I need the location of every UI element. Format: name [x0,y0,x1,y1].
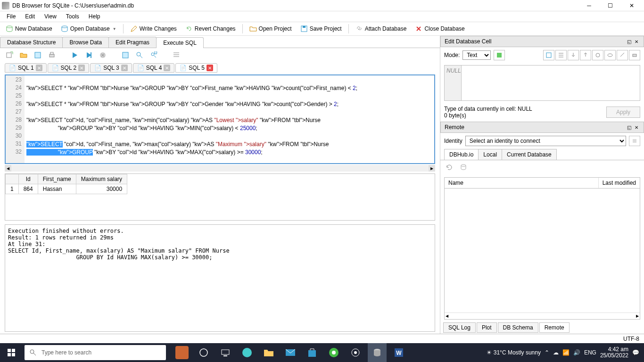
tab-local[interactable]: Local [478,149,502,160]
mail-icon[interactable] [281,343,300,362]
tab-execute-sql[interactable]: Execute SQL [156,37,204,48]
tab-sql-log[interactable]: SQL Log [443,322,476,333]
save-results-button[interactable] [120,49,131,61]
chrome-icon[interactable] [324,343,343,362]
stop-button[interactable] [97,49,108,61]
export-icon[interactable] [580,50,591,60]
tab-current-database[interactable]: Current Database [502,149,557,160]
db-browser-taskbar-icon[interactable] [368,343,387,362]
save-sql-button[interactable] [32,49,43,61]
tab-edit-pragmas[interactable]: Edit Pragmas [108,37,157,48]
weather-widget[interactable]: ☀ 31°C Mostly sunny [487,349,541,356]
results-grid[interactable]: IdFirst_nameMaximum salary1864Hassan3000… [5,173,435,221]
taskbar-search[interactable]: Type here to search [25,345,166,360]
open-project-button[interactable]: Open Project [246,24,296,34]
horizontal-scrollbar[interactable]: ◀ ▶ [5,165,435,172]
import-icon[interactable] [568,50,579,60]
close-tab-icon[interactable]: ✕ [78,65,85,71]
undock-button[interactable]: ◱ [626,124,632,131]
sql-editor[interactable]: 23242526272829303132 "kw">SELECT * "kw">… [5,74,435,164]
menu-help[interactable]: Help [84,12,105,21]
settings-icon[interactable] [346,343,365,362]
news-widget[interactable] [173,343,191,362]
execute-button[interactable] [69,49,80,61]
null-icon[interactable] [592,50,603,60]
word-icon[interactable]: W [389,343,408,362]
new-database-button[interactable]: New Database [2,24,56,34]
open-sql-button[interactable] [18,49,29,61]
link-icon[interactable] [604,50,616,60]
list-scrollbar[interactable]: ◀▶ [445,313,640,319]
attach-database-button[interactable]: Attach Database [352,24,411,34]
remote-list[interactable]: Name Last modified ◀▶ [444,177,640,320]
print-cell-icon[interactable] [629,50,640,60]
mode-select[interactable]: Text [462,50,491,60]
list-icon[interactable] [555,50,567,60]
cortana-icon[interactable] [194,343,213,362]
clock[interactable]: 4:42 am 25/05/2022 [600,346,628,359]
new-tab-button[interactable] [4,49,15,61]
close-tab-icon[interactable]: ✕ [206,65,213,71]
identity-select[interactable]: Select an identity to connect [465,136,626,146]
menu-view[interactable]: View [40,12,61,21]
maximize-button[interactable]: ☐ [600,0,621,11]
clone-icon[interactable] [459,163,469,173]
start-button[interactable] [0,343,23,362]
write-changes-button[interactable]: Write Changes [126,24,181,34]
sql-tab-2[interactable]: 📄SQL 2✕ [48,63,90,73]
tab-db-schema[interactable]: DB Schema [498,322,538,333]
close-database-button[interactable]: Close Database [411,24,468,34]
col-name[interactable]: Name [445,178,599,188]
task-view-icon[interactable] [216,343,235,362]
menu-file[interactable]: File [2,12,20,21]
minimize-button[interactable]: ─ [578,0,600,11]
cell-value-box[interactable]: NULL [444,65,640,101]
output-log[interactable]: Execution finished without errors. Resul… [5,224,435,332]
sql-tab-3[interactable]: 📄SQL 3✕ [90,63,132,73]
close-tab-icon[interactable]: ✕ [164,65,170,71]
open-database-button[interactable]: Open Database ▼ [57,24,120,34]
tab-browse-data[interactable]: Browse Data [62,37,109,48]
scroll-right-icon[interactable]: ▶ [429,165,435,172]
wifi-icon[interactable]: 📶 [562,349,570,356]
undock-button[interactable]: ◱ [626,38,632,45]
language-indicator[interactable]: ENG [584,349,596,356]
save-project-button[interactable]: Save Project [297,24,346,34]
close-tab-icon[interactable]: ✕ [121,65,128,71]
close-tab-icon[interactable]: ✕ [36,65,42,71]
apply-button[interactable]: Apply [606,107,640,118]
sql-tab-5[interactable]: 📄SQL 5✕ [175,63,217,73]
revert-changes-button[interactable]: Revert Changes [182,24,239,34]
tab-dbhub[interactable]: DBHub.io [444,149,479,160]
volume-icon[interactable]: 🔊 [573,349,580,356]
text-mode-icon[interactable] [543,50,554,60]
sql-tab-4[interactable]: 📄SQL 4✕ [133,63,175,73]
close-panel-button[interactable]: ✕ [633,38,640,45]
execute-line-button[interactable] [83,49,94,61]
tab-database-structure[interactable]: Database Structure [0,37,63,48]
code-area[interactable]: "kw">SELECT * "kw">FROM "tbl">Nurse "kw"… [25,75,434,163]
find-replace-button[interactable]: b [148,49,159,61]
indent-button[interactable] [171,49,182,61]
find-button[interactable] [134,49,145,61]
print-button[interactable] [46,49,58,61]
close-button[interactable]: ✕ [621,0,642,11]
refresh-icon[interactable] [445,163,454,173]
auto-format-button[interactable] [494,50,505,60]
explorer-icon[interactable] [259,343,278,362]
erase-icon[interactable] [617,50,628,60]
scroll-left-icon[interactable]: ◀ [5,165,11,172]
menu-tools[interactable]: Tools [61,12,84,21]
chevron-up-icon[interactable]: ⌃ [545,349,549,356]
tab-plot[interactable]: Plot [477,322,497,333]
tab-remote[interactable]: Remote [539,322,570,333]
col-modified[interactable]: Last modified [599,178,640,188]
close-panel-button[interactable]: ✕ [633,124,640,131]
notifications-icon[interactable]: 💬 [632,349,639,356]
menu-edit[interactable]: Edit [20,12,40,21]
onedrive-icon[interactable]: ☁ [553,349,559,356]
sql-tab-1[interactable]: 📄SQL 1✕ [5,63,47,73]
certificate-button[interactable] [629,136,640,146]
store-icon[interactable] [303,343,322,362]
edge-icon[interactable] [238,343,256,362]
